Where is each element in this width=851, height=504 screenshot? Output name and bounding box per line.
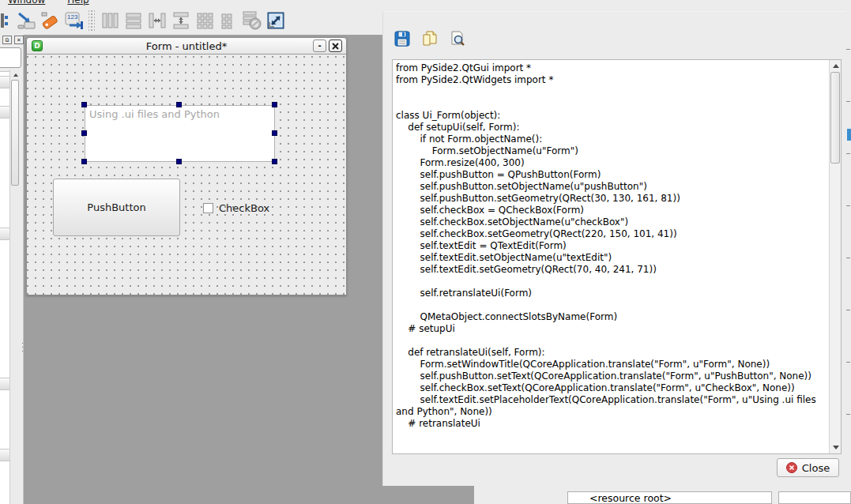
code-line: self.textEdit.setGeometry(QRect(70, 40, …: [396, 264, 827, 276]
save-icon[interactable]: [393, 29, 412, 48]
checkbox-widget[interactable]: CheckBox: [203, 202, 269, 214]
widget-category-band: [0, 378, 9, 390]
widget-box-panel: ⧉ ✕: [0, 35, 24, 504]
form-designer-window[interactable]: D Form - untitled* - Using .ui files and…: [26, 37, 347, 295]
widget-category-band: [0, 449, 9, 461]
resource-list-panel[interactable]: [778, 491, 851, 504]
code-line: self.checkBox.setObjectName(u"checkBox"): [396, 216, 827, 228]
checkbox-label: CheckBox: [219, 202, 269, 214]
code-line: self.checkBox.setGeometry(QRect(220, 150…: [396, 228, 827, 240]
edit-tab-order-icon[interactable]: 123: [62, 9, 85, 32]
svg-text:123: 123: [67, 13, 78, 21]
resize-handle-nw[interactable]: [81, 102, 87, 107]
form-titlebar[interactable]: D Form - untitled* -: [27, 38, 346, 55]
edit-widgets-icon[interactable]: [0, 9, 14, 32]
code-text[interactable]: from PySide2.QtGui import *from PySide2.…: [396, 62, 827, 452]
widget-box-scrollbar[interactable]: [9, 70, 20, 504]
menubar: Window Help: [0, 0, 851, 6]
widget-category-band: [0, 228, 9, 240]
layout-vertically-icon[interactable]: [122, 9, 145, 32]
code-line: self.pushButton.setText(QCoreApplication…: [396, 370, 827, 382]
code-view[interactable]: from PySide2.QtGui import *from PySide2.…: [392, 59, 842, 454]
minimize-button[interactable]: -: [313, 39, 326, 52]
pushbutton-widget[interactable]: PushButton: [53, 179, 180, 236]
adjust-size-icon[interactable]: [264, 9, 288, 32]
code-line: self.textEdit = QTextEdit(Form): [396, 240, 827, 252]
pushbutton-label: PushButton: [87, 201, 145, 213]
code-line: class Ui_Form(object):: [396, 110, 827, 122]
selected-row-sliver: [847, 129, 851, 141]
resize-handle-n[interactable]: [176, 102, 182, 107]
tree-branch-mark: [846, 153, 850, 154]
close-icon[interactable]: ✕: [14, 36, 24, 44]
break-layout-icon[interactable]: [240, 9, 264, 32]
resource-root-label[interactable]: <resource root>: [589, 492, 672, 504]
code-line: Form.resize(400, 300): [396, 157, 827, 169]
copy-icon[interactable]: [420, 29, 439, 48]
view-code-dialog: from PySide2.QtGui import *from PySide2.…: [382, 11, 845, 486]
scroll-down-icon[interactable]: [830, 442, 841, 453]
tree-branch-mark: [846, 362, 850, 363]
textedit-widget[interactable]: Using .ui files and Python: [85, 105, 275, 162]
code-line: def setupUi(self, Form):: [396, 122, 827, 134]
code-line: [396, 276, 827, 288]
code-line: def retranslateUi(self, Form):: [396, 347, 827, 359]
widget-filter-input[interactable]: [0, 47, 21, 68]
toolbar: 123: [0, 6, 384, 36]
resize-handle-e[interactable]: [272, 130, 277, 136]
designer-form-icon: D: [32, 40, 43, 51]
layout-grid-icon[interactable]: [193, 9, 217, 32]
float-window-icon[interactable]: ⧉: [2, 36, 12, 44]
scrollbar-thumb[interactable]: [830, 72, 840, 164]
tree-branch-mark: [846, 49, 850, 50]
find-icon[interactable]: [448, 29, 467, 48]
splitter-horizontal-icon[interactable]: [145, 9, 169, 32]
splitter-vertical-icon[interactable]: [169, 9, 193, 32]
code-line: QMetaObject.connectSlotsByName(Form): [396, 311, 827, 323]
resize-handle-ne[interactable]: [272, 102, 277, 107]
close-button[interactable]: [329, 39, 342, 52]
tree-branch-mark: [846, 101, 850, 102]
scrollbar-thumb[interactable]: [11, 80, 19, 186]
edit-buddies-icon[interactable]: [38, 9, 62, 32]
menu-window[interactable]: Window: [8, 0, 45, 6]
code-line: self.checkBox.setText(QCoreApplication.t…: [396, 382, 827, 394]
code-line: self.checkBox = QCheckBox(Form): [396, 205, 827, 216]
scroll-up-icon[interactable]: [830, 61, 841, 71]
code-line: self.retranslateUi(Form): [396, 288, 827, 299]
resize-handle-w[interactable]: [81, 130, 87, 136]
resize-handle-se[interactable]: [272, 159, 277, 164]
resource-tree-panel[interactable]: <resource root>: [567, 491, 772, 504]
toolbar-separator: [88, 10, 95, 31]
edit-signals-slots-icon[interactable]: [14, 9, 38, 32]
tree-branch-mark: [846, 205, 850, 206]
code-line: self.textEdit.setObjectName(u"textEdit"): [396, 252, 827, 264]
close-dialog-button[interactable]: Close: [777, 458, 839, 477]
scroll-up-icon[interactable]: [11, 70, 20, 79]
code-line: [396, 335, 827, 347]
layout-form-icon[interactable]: [217, 9, 240, 32]
tree-branch-mark: [846, 310, 850, 310]
code-line: [396, 98, 827, 110]
qt-designer-screen: Window Help 123: [0, 0, 851, 504]
inspector-edge-strip: [845, 11, 851, 486]
tree-branch-mark: [846, 414, 850, 415]
code-line: [396, 86, 827, 98]
layout-horizontally-icon[interactable]: [98, 9, 122, 32]
resize-handle-sw[interactable]: [81, 159, 87, 164]
widget-category-band: [0, 106, 9, 118]
code-line: and Python", None)): [396, 406, 827, 418]
code-line: [396, 299, 827, 311]
code-line: self.pushButton.setGeometry(QRect(30, 13…: [396, 193, 827, 205]
code-line: Form.setWindowTitle(QCoreApplication.tra…: [396, 359, 827, 370]
widget-box-list[interactable]: [0, 71, 9, 504]
tree-branch-mark: [846, 258, 850, 258]
menu-help[interactable]: Help: [67, 0, 88, 6]
resize-handle-s[interactable]: [176, 159, 182, 164]
checkbox-box[interactable]: [203, 203, 213, 213]
widget-category-band: [0, 76, 9, 88]
form-canvas[interactable]: Using .ui files and Python PushButton Ch…: [27, 55, 346, 295]
code-scrollbar[interactable]: [829, 60, 841, 453]
code-line: Form.setObjectName(u"Form"): [396, 145, 827, 157]
textedit-placeholder: Using .ui files and Python: [89, 108, 220, 120]
